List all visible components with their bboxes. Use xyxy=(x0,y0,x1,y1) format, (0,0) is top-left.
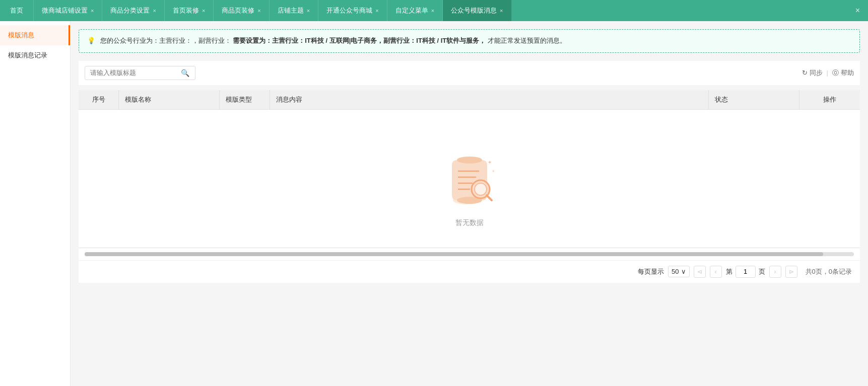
page-number-input[interactable] xyxy=(736,266,756,278)
close-custom-menu[interactable]: × xyxy=(431,8,434,14)
nav-tab-template-msg[interactable]: 公众号模版消息 × xyxy=(443,0,511,21)
sync-label: 同步 xyxy=(810,68,823,78)
search-left: 🔍 xyxy=(85,66,195,80)
nav-tab-shop-setting-label: 微商城店铺设置 xyxy=(42,6,88,15)
col-header-seq: 序号 xyxy=(79,90,119,109)
col-header-action: 操作 xyxy=(799,90,860,109)
page-input-wrap: 第 页 xyxy=(726,266,765,278)
nav-tab-home-decor[interactable]: 首页装修 × xyxy=(165,0,214,21)
first-page-button[interactable]: ⊲ xyxy=(694,266,706,278)
help-icon: ⓪ xyxy=(832,68,839,78)
page-size-label: 每页显示 xyxy=(638,267,664,276)
close-home-decor[interactable]: × xyxy=(202,8,205,14)
nav-tab-product-decor[interactable]: 商品页装修 × xyxy=(214,0,269,21)
notice-icon: 💡 xyxy=(87,37,95,44)
page-size-value: 50 xyxy=(672,268,679,275)
svg-point-1 xyxy=(457,157,482,164)
top-nav: 首页 微商城店铺设置 × 商品分类设置 × 首页装修 × 商品页装修 × 店铺主… xyxy=(0,0,868,21)
search-right: ↻ 同步 | ⓪ 帮助 xyxy=(802,68,854,78)
nav-tab-open-mall[interactable]: 开通公众号商城 × xyxy=(318,0,387,21)
scrollbar-area[interactable] xyxy=(79,248,860,260)
nav-tab-home[interactable]: 首页 xyxy=(0,0,34,21)
svg-text:·: · xyxy=(484,156,485,160)
sidebar-item-template-msg[interactable]: 模版消息 xyxy=(0,25,70,45)
close-shop-theme[interactable]: × xyxy=(307,8,310,14)
nav-tab-custom-menu[interactable]: 自定义菜单 × xyxy=(387,0,443,21)
scrollbar-thumb[interactable] xyxy=(85,252,823,256)
total-info: 共0页，0条记录 xyxy=(806,267,852,276)
sidebar-item-template-msg-log[interactable]: 模版消息记录 xyxy=(0,45,70,65)
nav-tab-template-msg-label: 公众号模版消息 xyxy=(451,6,497,15)
svg-point-8 xyxy=(475,183,487,195)
sidebar: 模版消息 模版消息记录 xyxy=(0,21,71,386)
divider: | xyxy=(827,69,828,76)
empty-state-icon: ✦ ✦ · xyxy=(439,150,500,210)
close-product-decor[interactable]: × xyxy=(257,8,260,14)
close-template-msg[interactable]: × xyxy=(500,8,503,14)
nav-tab-open-mall-label: 开通公众号商城 xyxy=(326,6,372,15)
notice-suffix: 才能正常发送预置的消息。 xyxy=(488,37,566,44)
sidebar-item-template-msg-label: 模版消息 xyxy=(8,31,34,39)
prev-page-button[interactable]: ‹ xyxy=(710,266,722,278)
col-header-name: 模版名称 xyxy=(119,90,220,109)
table-wrapper: 序号 模版名称 模版类型 消息内容 状态 操作 xyxy=(79,90,860,283)
main-layout: 模版消息 模版消息记录 💡 您的公众号行业为：主营行业：，副营行业： 需要设置为… xyxy=(0,21,868,386)
help-button[interactable]: ⓪ 帮助 xyxy=(832,68,854,78)
table-header: 序号 模版名称 模版类型 消息内容 状态 操作 xyxy=(79,90,860,110)
notice-prefix: 您的公众号行业为：主营行业：，副营行业： xyxy=(100,37,231,44)
svg-text:✦: ✦ xyxy=(488,160,492,165)
pagination: 每页显示 50 ∨ ⊲ ‹ 第 页 › ⊳ 共0页，0条记录 xyxy=(79,260,860,283)
search-input[interactable] xyxy=(90,69,181,76)
search-icon[interactable]: 🔍 xyxy=(181,69,189,77)
nav-tab-home-label: 首页 xyxy=(10,6,23,15)
close-product-category[interactable]: × xyxy=(153,8,156,14)
col-header-content: 消息内容 xyxy=(270,90,709,109)
close-shop-setting[interactable]: × xyxy=(91,8,94,14)
page-unit-label: 页 xyxy=(759,267,765,276)
next-page-button[interactable]: › xyxy=(769,266,781,278)
empty-state: ✦ ✦ · 暂无数据 xyxy=(79,110,860,248)
nav-tab-product-decor-label: 商品页装修 xyxy=(222,6,254,15)
page-size-chevron: ∨ xyxy=(681,268,686,275)
notice-highlight: 需要设置为：主营行业：IT科技 / 互联网|电子商务，副营行业：IT科技 / I… xyxy=(233,37,486,44)
empty-state-text: 暂无数据 xyxy=(455,218,484,227)
notice-box: 💡 您的公众号行业为：主营行业：，副营行业： 需要设置为：主营行业：IT科技 /… xyxy=(79,29,860,53)
nav-tab-shop-setting[interactable]: 微商城店铺设置 × xyxy=(34,0,102,21)
sync-icon: ↻ xyxy=(802,69,808,76)
sidebar-item-template-msg-log-label: 模版消息记录 xyxy=(8,51,47,59)
svg-line-9 xyxy=(487,195,492,200)
svg-text:✦: ✦ xyxy=(492,169,495,174)
nav-tab-custom-menu-label: 自定义菜单 xyxy=(395,6,428,15)
col-header-status: 状态 xyxy=(709,90,799,109)
close-open-mall[interactable]: × xyxy=(375,8,378,14)
nav-tab-shop-theme-label: 店铺主题 xyxy=(278,6,304,15)
nav-tab-product-category[interactable]: 商品分类设置 × xyxy=(102,0,164,21)
last-page-button[interactable]: ⊳ xyxy=(785,266,797,278)
page-size-select[interactable]: 50 ∨ xyxy=(668,266,689,277)
close-all-tabs[interactable]: × xyxy=(847,6,868,15)
search-bar: 🔍 ↻ 同步 | ⓪ 帮助 xyxy=(79,61,860,85)
col-header-type: 模版类型 xyxy=(220,90,270,109)
nav-tab-home-decor-label: 首页装修 xyxy=(173,6,199,15)
sync-button[interactable]: ↻ 同步 xyxy=(802,68,823,78)
help-label: 帮助 xyxy=(841,68,854,78)
current-page-label: 第 xyxy=(726,267,732,276)
content-area: 💡 您的公众号行业为：主营行业：，副营行业： 需要设置为：主营行业：IT科技 /… xyxy=(71,21,868,386)
search-input-wrap[interactable]: 🔍 xyxy=(85,66,195,80)
nav-tab-product-category-label: 商品分类设置 xyxy=(110,6,150,15)
nav-tab-shop-theme[interactable]: 店铺主题 × xyxy=(270,0,318,21)
horizontal-scrollbar[interactable] xyxy=(85,252,854,256)
